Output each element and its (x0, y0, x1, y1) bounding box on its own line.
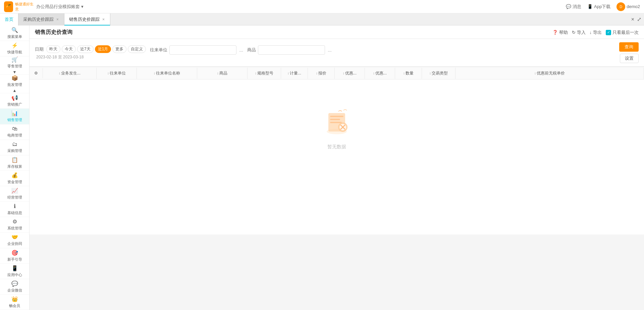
tabbar: 首页 采购历史价跟踪 × 销售历史价跟踪 × × ⤢ (0, 13, 644, 25)
sort-notax-icon: ↕ (534, 71, 536, 75)
th-goods[interactable]: ↕ 商品 (197, 68, 248, 79)
sidebar-item-sales[interactable]: 📊 销售管理 (0, 109, 29, 124)
help-button[interactable]: ❓ 帮助 (552, 30, 568, 36)
avatar: D (616, 2, 625, 11)
goods-filter: 商品 ... (247, 45, 332, 55)
page-title: 销售历史价查询 (35, 29, 72, 36)
fullscreen-button[interactable]: ⤢ (637, 16, 641, 22)
table-header: ⚙ ↕ 业务发生... ↕ 往来单位 ↕ 往来单位名称 ↕ 商品 (30, 67, 644, 80)
wechat-icon: 💬 (11, 280, 18, 287)
only-last-checkbox[interactable]: ✓ 只看最后一次 (606, 30, 639, 36)
date-yesterday-btn[interactable]: 昨天 (46, 45, 60, 53)
th-discount1-label: 优惠... (345, 70, 357, 76)
tabbar-actions: × ⤢ (631, 16, 644, 22)
th-trade-type[interactable]: ↕ 交易类型 (422, 68, 455, 79)
date-buttons: 昨天 今天 近7天 近1月 更多 自定义 (46, 45, 146, 53)
sort-qty-icon: ↕ (403, 71, 405, 75)
user-menu[interactable]: D demo2 (616, 2, 640, 11)
sidebar-item-member[interactable]: 👑 畅会员 (0, 295, 29, 310)
th-partner-code[interactable]: ↕ 往来单位 (97, 68, 137, 79)
tab-sales-close[interactable]: × (102, 17, 105, 22)
wholesale-icon: 📦 (11, 75, 18, 81)
ecommerce-icon: 🛍 (12, 126, 17, 132)
sidebar-item-search[interactable]: 🔍 搜索菜单 (0, 25, 29, 41)
filter-settings-button[interactable]: 设置 (620, 54, 639, 63)
workspace-dropdown[interactable]: 办公用品行业模拟账套 ▾ (36, 4, 85, 10)
username-label: demo2 (627, 4, 640, 9)
sidebar-purchase-label: 采购管理 (7, 148, 22, 153)
th-settings[interactable]: ⚙ (30, 68, 43, 78)
sidebar-item-system[interactable]: ⚙ 系统管理 (0, 217, 29, 232)
sidebar-member-label: 畅会员 (9, 303, 20, 308)
sidebar-item-shortcuts[interactable]: ⚡ 快捷导航 (0, 41, 29, 56)
th-unit-label: 计量... (290, 70, 301, 76)
dropdown-chevron-icon: ▾ (81, 4, 84, 9)
tab-purchase-label: 采购历史价跟踪 (23, 16, 54, 22)
purchase-icon: 🗂 (12, 141, 17, 147)
th-discount2[interactable]: ↕ 优惠... (365, 68, 395, 79)
inventory-icon: 📋 (11, 157, 18, 163)
sidebar-item-basic[interactable]: ℹ 基础信息 (0, 202, 29, 217)
th-spec-label: 规格型号 (257, 70, 273, 76)
app-download-button[interactable]: 📱 App下载 (587, 4, 610, 10)
empty-icon (320, 106, 354, 140)
th-quote-label: 报价 (318, 70, 326, 76)
sidebar-system-label: 系统管理 (7, 226, 22, 231)
th-unit[interactable]: ↕ 计量... (281, 68, 308, 79)
th-notax-price[interactable]: ↕ 优惠前无税单价 (455, 68, 644, 79)
th-business-date[interactable]: ↕ 业务发生... (43, 68, 97, 79)
th-qty[interactable]: ↕ 数量 (395, 68, 422, 79)
sort-unit-icon: ↕ (287, 71, 289, 75)
sidebar-item-marketing[interactable]: 📢 营销推广 (0, 93, 29, 109)
empty-state: 暂无数据 (30, 80, 644, 177)
partner-input[interactable] (169, 45, 236, 55)
sidebar-item-appstore[interactable]: 📱 应用中心 (0, 264, 29, 279)
sidebar-item-newbie[interactable]: 🎯 新手引导 (0, 248, 29, 264)
sidebar-item-wholesale[interactable]: 📦 批发管理 ▲ (0, 75, 29, 93)
goods-more-icon[interactable]: ... (328, 47, 332, 53)
sidebar-item-inventory[interactable]: 📋 库存核算 (0, 155, 29, 171)
sidebar-item-finance[interactable]: 💰 资金管理 (0, 171, 29, 186)
date-custom-btn[interactable]: 自定义 (128, 45, 146, 53)
th-discount1[interactable]: ↕ 优惠... (335, 68, 365, 79)
checkbox-checked-icon: ✓ (606, 30, 611, 35)
export-label: 导出 (593, 30, 602, 36)
th-spec[interactable]: ↕ 规格型号 (248, 68, 281, 79)
sidebar-marketing-label: 营销推广 (7, 102, 22, 107)
sidebar-item-purchase[interactable]: 🗂 采购管理 (0, 140, 29, 155)
query-button[interactable]: 查询 (619, 42, 639, 52)
import-icon: ↻ (572, 30, 576, 35)
close-all-tabs-button[interactable]: × (631, 16, 634, 22)
th-partner-name[interactable]: ↕ 往来单位名称 (137, 68, 197, 79)
tab-purchase[interactable]: 采购历史价跟踪 × (18, 13, 64, 25)
sidebar-item-wechat[interactable]: 💬 企业微信 (0, 279, 29, 295)
tab-sales[interactable]: 销售历史价跟踪 × (64, 13, 110, 25)
sort-discount2-icon: ↕ (373, 71, 375, 75)
settings-column-icon: ⚙ (34, 71, 38, 75)
message-button[interactable]: 💬 消息 (566, 4, 581, 10)
import-button[interactable]: ↻ 导入 (572, 30, 586, 36)
layout: 🔍 搜索菜单 ⚡ 快捷导航 🛒 零售管理 ▼ 📦 批发管理 ▲ 📢 营销推广 📊… (0, 25, 644, 310)
tab-purchase-close[interactable]: × (56, 17, 59, 22)
sales-icon: 📊 (11, 110, 18, 116)
sidebar-item-retail[interactable]: 🛒 零售管理 ▼ (0, 56, 29, 75)
sidebar-item-ecommerce[interactable]: 🛍 电商管理 (0, 124, 29, 140)
help-label: 帮助 (559, 30, 568, 36)
sidebar-retail-label: 零售管理 (7, 64, 22, 69)
goods-input[interactable] (258, 45, 325, 55)
sidebar-item-operations[interactable]: 📈 经营管理 (0, 186, 29, 202)
date-7days-btn[interactable]: 近7天 (77, 45, 94, 53)
content-area: ⚙ ↕ 业务发生... ↕ 往来单位 ↕ 往来单位名称 ↕ 商品 (30, 67, 644, 235)
date-more-btn[interactable]: 更多 (112, 45, 126, 53)
wholesale-collapse-icon: ▲ (13, 88, 17, 93)
export-button[interactable]: ↓ 导出 (590, 30, 602, 36)
sidebar-item-enterprise[interactable]: 🤝 企业协同 (0, 232, 29, 248)
sidebar-basic-label: 基础信息 (7, 210, 22, 215)
search-icon: 🔍 (11, 27, 18, 33)
filter-bar: 日期 昨天 今天 近7天 近1月 更多 自定义 2023-02-18 至 202… (30, 39, 644, 67)
th-quote[interactable]: ↕ 报价 (308, 68, 335, 79)
date-today-btn[interactable]: 今天 (62, 45, 76, 53)
partner-more-icon[interactable]: ... (239, 47, 243, 53)
tab-home[interactable]: 首页 (0, 13, 18, 25)
date-1month-btn[interactable]: 近1月 (95, 45, 111, 53)
